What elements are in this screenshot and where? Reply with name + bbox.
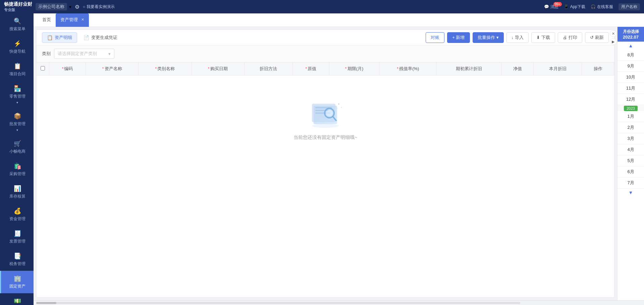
tab-home[interactable]: 首页 — [38, 13, 56, 27]
sidebar-item-fund[interactable]: 💰 资金管理 — [0, 203, 34, 226]
sidebar-item-label: 项目合同 — [9, 71, 25, 77]
refresh-icon: ↺ — [590, 35, 594, 40]
tab-asset-management[interactable]: 资产管理 ✕ — [56, 13, 89, 27]
app-logo: 畅捷通好业财 专业版 — [4, 1, 32, 12]
month-item-8[interactable]: 8月 — [618, 50, 644, 61]
year-2023-label: 2023 — [618, 105, 644, 111]
batch-operations-button[interactable]: 批量操作 ▾ — [473, 32, 504, 43]
main-layout: 🔍 搜索菜单 ⚡ 快捷导航 📋 项目合同 🏪 零售管理 ▾ 📦 批发管理 ▾ 🛒… — [0, 13, 644, 305]
sidebar-item-quick-nav[interactable]: ⚡ 快捷导航 — [0, 36, 34, 58]
sub-tab-asset-detail[interactable]: 📋 资产明细 — [42, 32, 77, 43]
month-nav-up[interactable]: ▲ — [618, 42, 644, 50]
demo-icon: ○ — [83, 4, 85, 9]
month-item-10[interactable]: 10月 — [618, 72, 644, 83]
purchase-icon: 🛍️ — [14, 162, 21, 170]
user-info[interactable]: 用户名称 — [619, 3, 640, 10]
month-panel-header: 月份选择 2022.07 — [618, 27, 644, 42]
print-label: 打印 — [569, 35, 577, 41]
svg-point-11 — [337, 108, 338, 109]
month-item-2023-1[interactable]: 1月 — [618, 111, 644, 122]
col-accumulated-depreciation: 期初累计折旧 — [437, 62, 501, 75]
refresh-button[interactable]: ↺ 刷新 — [585, 32, 609, 43]
col-original-value: *原值 — [292, 62, 329, 75]
sidebar-item-invoice[interactable]: 🧾 发票管理 — [0, 226, 34, 248]
contract-icon: 📋 — [14, 62, 21, 70]
sidebar-item-search-menu[interactable]: 🔍 搜索菜单 — [0, 13, 34, 36]
sidebar-item-tax[interactable]: 📑 税务管理 — [0, 248, 34, 271]
month-panel-expand-btn[interactable]: ▶ — [610, 38, 616, 45]
batch-icon: 📦 — [14, 112, 21, 120]
month-item-12[interactable]: 12月 — [618, 94, 644, 105]
tab-bar: 首页 资产管理 ✕ — [34, 13, 644, 27]
sidebar-item-ecommerce[interactable]: 🛒 小畅电商 — [0, 136, 34, 158]
add-button[interactable]: + 新增 — [447, 32, 470, 43]
col-period-months: *期限(月) — [329, 62, 379, 75]
horizontal-scrollbar[interactable] — [36, 302, 520, 304]
add-label: + 新增 — [452, 35, 465, 41]
import-icon: ↓ — [512, 35, 514, 40]
sub-tab-bar: 📋 资产明细 📄 变更生成凭证 对账 + 新增 — [37, 30, 614, 45]
sidebar-item-project-contract[interactable]: 📋 项目合同 — [0, 58, 34, 81]
print-button[interactable]: 🖨 打印 — [558, 32, 582, 43]
company-name[interactable]: 示例公司名称 — [36, 3, 67, 10]
empty-text: 当前您还没有固定资产明细哦~ — [293, 135, 357, 141]
chevron-down-icon: ▾ — [496, 35, 499, 40]
sidebar-item-inventory[interactable]: 📊 库存核算 — [0, 181, 34, 203]
sidebar-item-batch[interactable]: 📦 批发管理 ▾ — [0, 108, 34, 136]
retail-icon: 🏪 — [14, 85, 21, 92]
sidebar-item-label: 采购管理 — [9, 171, 25, 177]
sidebar-item-fixed-assets[interactable]: 🏢 固定资产 — [0, 271, 34, 293]
expand-icon: ▾ — [16, 101, 18, 104]
refresh-label: 刷新 — [595, 35, 604, 41]
sub-tab-asset-detail-label: 资产明细 — [55, 35, 72, 41]
category-select[interactable]: 请选择固定资产类别 ▾ — [54, 49, 114, 59]
month-nav-down[interactable]: ▼ — [618, 189, 644, 197]
svg-point-9 — [338, 103, 339, 105]
month-item-2023-4[interactable]: 4月 — [618, 144, 644, 155]
month-item-11[interactable]: 11月 — [618, 83, 644, 94]
select-all-checkbox[interactable] — [41, 66, 45, 70]
month-item-2023-7[interactable]: 7月 — [618, 177, 644, 189]
col-current-depreciation: 本月折旧 — [533, 62, 582, 75]
scrollbar-thumb[interactable] — [36, 302, 56, 304]
bottom-scrollbar — [34, 300, 644, 305]
month-item-2023-6[interactable]: 6月 — [618, 166, 644, 177]
col-asset-name: *资产名称 — [86, 62, 139, 75]
sidebar-item-label: 固定资产 — [9, 284, 25, 289]
message-icon: 💬 — [544, 4, 549, 9]
sidebar-item-retail[interactable]: 🏪 零售管理 ▾ — [0, 81, 34, 108]
online-service-button[interactable]: 🎧 在线客服 — [591, 4, 613, 10]
asset-detail-icon: 📋 — [47, 35, 53, 40]
sidebar-item-salary[interactable]: 💵 工资 — [0, 293, 34, 305]
reconcile-button[interactable]: 对账 — [426, 32, 444, 43]
fixed-assets-icon: 🏢 — [14, 275, 21, 282]
sidebar-item-purchase[interactable]: 🛍️ 采购管理 — [0, 158, 34, 181]
sub-tab-change-voucher[interactable]: 📄 变更生成凭证 — [78, 32, 122, 43]
sub-tab-change-voucher-label: 变更生成凭证 — [91, 35, 117, 41]
sidebar-item-label: 税务管理 — [9, 261, 25, 267]
tab-home-label: 首页 — [42, 17, 51, 23]
sidebar-item-label: 库存核算 — [9, 194, 25, 199]
sidebar-item-label: 小畅电商 — [9, 149, 25, 154]
col-residual-rate: *残值率(%) — [379, 62, 437, 75]
filter-bar: 类别 请选择固定资产类别 ▾ — [37, 45, 614, 62]
month-item-9[interactable]: 9月 — [618, 61, 644, 72]
month-item-2023-5[interactable]: 5月 — [618, 155, 644, 166]
svg-point-7 — [326, 110, 333, 116]
svg-point-10 — [341, 107, 342, 108]
empty-state: 当前您还没有固定资产明细哦~ — [37, 75, 614, 161]
app-download-button[interactable]: 📱 App下载 — [564, 4, 585, 10]
message-button[interactable]: 💬 消息 99+ — [544, 4, 558, 10]
demo-link[interactable]: ○ 我要看实例演示 — [83, 4, 115, 10]
download-button[interactable]: ⬇ 下载 — [531, 32, 555, 43]
import-button[interactable]: ↓ 导入 — [506, 32, 529, 43]
tab-close-icon[interactable]: ✕ — [81, 17, 84, 22]
company-selector[interactable]: 示例公司名称 ▾ — [36, 3, 71, 10]
month-item-2023-3[interactable]: 3月 — [618, 133, 644, 144]
category-placeholder: 请选择固定资产类别 — [58, 51, 97, 57]
table-container: *编码 *资产名称 *类别名称 *购买日期 折旧方法 *原值 *期限(月) *残… — [37, 62, 614, 297]
mobile-icon: 📱 — [564, 4, 569, 9]
settings-icon[interactable]: ⚙ — [75, 4, 79, 10]
month-panel-close-btn[interactable]: ✕ — [610, 30, 616, 37]
month-item-2023-2[interactable]: 2月 — [618, 122, 644, 133]
